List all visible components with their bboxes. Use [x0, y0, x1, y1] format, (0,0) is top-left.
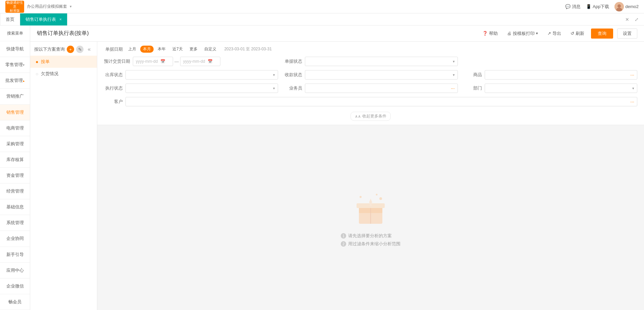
order-status-select[interactable]: ▾: [305, 57, 458, 66]
goods-label: 商品: [463, 72, 482, 78]
salesman-input[interactable]: ···: [305, 84, 458, 93]
tab-home-label: 首页: [6, 16, 14, 22]
tab-home[interactable]: 首页: [0, 13, 20, 25]
sidebar-item-wholesale[interactable]: 批发管理 ▴: [0, 73, 30, 89]
date-tab-more[interactable]: 更多: [187, 46, 200, 53]
date-tab-this-month[interactable]: 本月: [140, 46, 154, 53]
add-scheme-button[interactable]: +: [67, 46, 74, 53]
avatar: [614, 2, 624, 11]
sidebar-item-enterprise-collab[interactable]: 企业协同: [0, 231, 30, 247]
export-button[interactable]: ↗ 导出: [545, 29, 564, 38]
left-panel-title: 按以下方案查询: [34, 46, 65, 52]
svg-point-1: [618, 4, 621, 8]
date-tab-last-month[interactable]: 上月: [125, 46, 139, 53]
exec-status-item: 执行状态 ▾: [104, 84, 278, 93]
refresh-icon: ↺: [571, 31, 574, 36]
sidebar-item-app-center[interactable]: 应用中心: [0, 263, 30, 278]
svg-rect-10: [370, 203, 372, 206]
tab-sales-order-exec[interactable]: 销售订单执行表 ×: [20, 13, 67, 25]
dept-select[interactable]: ▾: [485, 84, 637, 93]
edit-scheme-button[interactable]: ✎: [76, 46, 84, 53]
settings-button[interactable]: 设置: [617, 29, 637, 39]
filter-row-4: 客户 ···: [104, 97, 637, 106]
sidebar-item-search[interactable]: 搜索菜单: [0, 25, 30, 41]
app-download-button[interactable]: 📱 App下载: [586, 4, 609, 10]
logo: 畅捷通好生意标准版: [5, 1, 24, 13]
order-status-item: 单据状态 ▾: [283, 57, 458, 66]
out-status-select[interactable]: ▾: [125, 70, 278, 80]
collapse-panel-button[interactable]: «: [86, 46, 93, 53]
exec-status-label: 执行状态: [104, 85, 123, 91]
edit-icon: ✎: [78, 47, 82, 52]
window-close-button[interactable]: ✕: [624, 16, 631, 23]
help-button[interactable]: ❓ 帮助: [480, 29, 500, 38]
out-status-arrow-icon: ▾: [273, 73, 275, 77]
tip-text-1: 请先选择要分析的方案: [348, 233, 392, 239]
date-label: 单据日期: [104, 46, 123, 52]
empty-illustration: [351, 189, 391, 229]
collapse-bar: ∧∧ 收起更多条件: [104, 109, 637, 123]
sidebar-item-retail[interactable]: 零售管理 ▾: [0, 57, 30, 73]
scheme-item-shortage-label: 欠货情况: [41, 71, 58, 77]
customer-more-icon: ···: [630, 99, 634, 104]
chevron-down-icon: ▾: [23, 63, 24, 67]
dept-item: 部门 ▾: [463, 84, 637, 93]
tip-text-2: 用过滤条件来缩小分析范围: [348, 241, 400, 247]
goods-more-icon: ···: [630, 72, 634, 78]
help-icon: ❓: [482, 31, 488, 36]
page-title: 销售订单执行表(按单): [37, 30, 89, 37]
calendar-end-icon: 📅: [208, 59, 213, 64]
sidebar-item-system[interactable]: 系统管理: [0, 215, 30, 231]
receive-status-select[interactable]: ▾: [305, 70, 458, 80]
tab-close-button[interactable]: ×: [59, 17, 62, 22]
app-title-arrow-icon[interactable]: ▾: [70, 4, 72, 9]
message-icon: 💬: [565, 4, 571, 9]
sidebar-item-finance[interactable]: 资金管理: [0, 168, 30, 184]
customer-input[interactable]: ···: [125, 97, 637, 106]
refresh-button[interactable]: ↺ 刷新: [568, 29, 587, 38]
export-label: 导出: [552, 31, 561, 37]
window-maximize-button[interactable]: ⤢: [633, 16, 640, 23]
sidebar-item-quick-nav[interactable]: 快捷导航: [0, 41, 30, 57]
sidebar-item-new-guide[interactable]: 新手引导: [0, 247, 30, 263]
message-button[interactable]: 💬 消息: [565, 4, 581, 10]
sidebar-item-purchase[interactable]: 采购管理: [0, 136, 30, 152]
sidebar-item-operation[interactable]: 经营管理: [0, 184, 30, 199]
exec-status-arrow-icon: ▾: [273, 86, 275, 91]
print-button[interactable]: 🖨 按模板打印: [504, 29, 541, 38]
date-tab-custom[interactable]: 自定义: [202, 46, 219, 53]
sidebar-item-enterprise-wechat[interactable]: 企业微信: [0, 278, 30, 294]
topbar-right: 💬 消息 📱 App下载 demo2: [565, 2, 639, 11]
goods-input[interactable]: ···: [485, 70, 637, 80]
scheme-item-by-order[interactable]: ● 按单: [30, 56, 97, 68]
expected-date-item: 预计交货日期 yyyy-mm-dd 📅 — yyyy-mm-dd 📅: [104, 57, 278, 66]
date-tabs: 上月 本月 本年 近7天 更多 自定义: [125, 46, 219, 53]
message-label: 消息: [572, 4, 581, 10]
sidebar-item-sales[interactable]: 销售管理: [0, 105, 30, 120]
empty-icon-svg: [351, 189, 391, 229]
sidebar-item-marketing[interactable]: 营销推广: [0, 89, 30, 104]
print-icon: 🖨: [507, 31, 512, 36]
expected-date-start-input[interactable]: yyyy-mm-dd 📅: [133, 57, 173, 66]
sidebar-item-ecommerce[interactable]: 电商管理: [0, 120, 30, 136]
svg-point-9: [376, 194, 378, 195]
left-panel-header: 按以下方案查询 + ✎ «: [30, 46, 97, 56]
filter-section: 单据日期 上月 本月 本年 近7天 更多 自定义 2023-03-01 至 20…: [97, 42, 644, 125]
svg-point-7: [379, 197, 382, 200]
body-area: 按以下方案查询 + ✎ « ● 按单: [30, 42, 644, 310]
download-icon: 📱: [586, 4, 591, 9]
user-profile[interactable]: demo2: [614, 2, 639, 11]
order-status-label: 单据状态: [283, 58, 302, 64]
expected-date-end-input[interactable]: yyyy-mm-dd 📅: [180, 57, 220, 66]
collapse-conditions-button[interactable]: ∧∧ 收起更多条件: [351, 112, 391, 121]
sidebar-item-inventory[interactable]: 库存核算: [0, 152, 30, 168]
date-start-placeholder: yyyy-mm-dd: [136, 59, 158, 64]
date-tab-7days[interactable]: 近7天: [170, 46, 185, 53]
date-tab-this-year[interactable]: 本年: [155, 46, 168, 53]
query-button[interactable]: 查询: [591, 29, 613, 39]
left-panel: 按以下方案查询 + ✎ « ● 按单: [30, 42, 97, 310]
exec-status-select[interactable]: ▾: [125, 84, 278, 93]
sidebar-item-member[interactable]: 畅会员: [0, 294, 30, 310]
scheme-item-shortage[interactable]: ○ 欠货情况: [30, 68, 97, 80]
sidebar-item-basic-info[interactable]: 基础信息: [0, 199, 30, 215]
